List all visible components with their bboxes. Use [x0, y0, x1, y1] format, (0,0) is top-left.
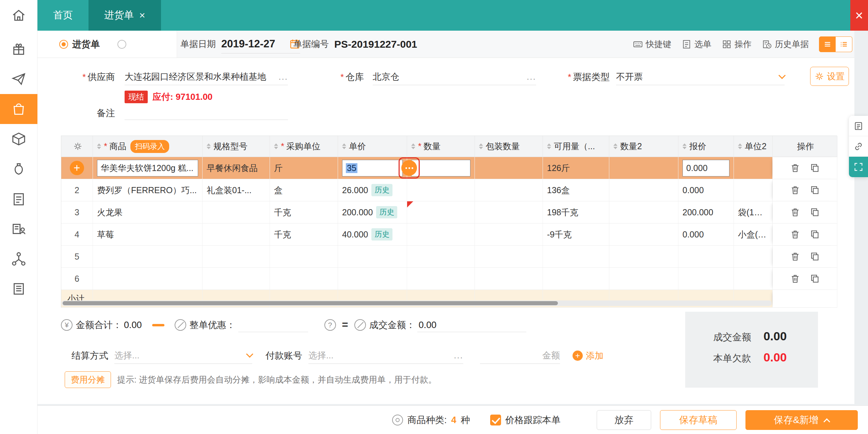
cell-qty2-row-4[interactable] [609, 223, 678, 246]
col-header-product[interactable]: *商品扫码录入 [93, 136, 203, 157]
cell-quote-row-5[interactable] [678, 246, 734, 268]
cell-avail-row-5[interactable] [543, 246, 609, 268]
cell-ops-row-6[interactable] [773, 268, 837, 290]
price-tracking-checkbox[interactable] [490, 415, 501, 425]
product-cell-input[interactable]: 华美华夫软饼1200g 糕... [97, 160, 198, 176]
cell-pack-row-1[interactable] [475, 157, 543, 179]
col-header-qty[interactable]: *数量 [407, 136, 475, 157]
quote-cell-input[interactable]: 0.000 [682, 160, 729, 176]
copy-row-button[interactable] [810, 163, 820, 173]
cell-product-row-2[interactable]: 费列罗（FERRERO）巧... [93, 179, 203, 201]
col-header-price[interactable]: 单价 [338, 136, 407, 157]
cell-quote-row-4[interactable]: 0.000 [678, 223, 734, 246]
home-icon[interactable] [0, 0, 37, 31]
col-header-unit2[interactable]: 单位2 [734, 136, 773, 157]
delete-row-button[interactable] [790, 185, 800, 195]
delete-row-button[interactable] [790, 229, 800, 239]
cell-qty-row-2[interactable] [407, 179, 475, 201]
cell-pack-row-5[interactable] [475, 246, 543, 268]
news-icon[interactable] [0, 274, 37, 304]
date-field[interactable]: 2019-12-27 [221, 35, 300, 53]
clipboard-icon[interactable] [0, 184, 37, 214]
cell-qty-row-3[interactable] [407, 201, 475, 223]
pick-order-button[interactable]: 选单 [681, 38, 711, 50]
return-order-radio[interactable] [117, 40, 130, 49]
cell-product-row-3[interactable]: 火龙果 [93, 201, 203, 223]
ledger-icon[interactable] [0, 214, 37, 244]
cell-idx-row-1[interactable]: + [61, 157, 93, 179]
operations-button[interactable]: 操作 [722, 38, 752, 50]
cell-qty-row-4[interactable] [407, 223, 475, 246]
cell-avail-row-6[interactable] [543, 268, 609, 290]
cell-unit2-row-6[interactable] [734, 268, 773, 290]
col-header-unit[interactable]: *采购单位 [270, 136, 338, 157]
payment-account-select[interactable]: 选择... ... [308, 347, 463, 364]
bill-type-select[interactable]: 不开票 [616, 69, 785, 85]
cell-unit2-row-2[interactable] [734, 179, 773, 201]
cell-quote-row-6[interactable] [678, 268, 734, 290]
cell-spec-row-4[interactable] [203, 223, 270, 246]
col-header-pack[interactable]: 包装数量 [475, 136, 543, 157]
history-price-badge[interactable]: 历史 [371, 184, 392, 196]
cell-price-row-3[interactable]: 200.000历史 [338, 201, 407, 223]
settings-button[interactable]: 设置 [810, 67, 849, 86]
price-cell-input[interactable]: 35 [342, 160, 403, 176]
list-view-button[interactable] [819, 36, 836, 52]
delete-row-button[interactable] [790, 274, 800, 284]
cell-idx-row-2[interactable]: 2 [61, 179, 93, 201]
add-row-button[interactable]: + [70, 161, 84, 175]
cell-spec-row-5[interactable] [203, 246, 270, 268]
cell-ops-row-3[interactable] [773, 201, 837, 223]
cell-product-row-4[interactable]: 草莓 [93, 223, 203, 246]
radio-on-icon[interactable] [59, 40, 68, 49]
cell-idx-row-5[interactable]: 5 [61, 246, 93, 268]
sort-icon[interactable] [547, 143, 551, 149]
sort-icon[interactable] [613, 143, 617, 149]
expense-allocation-button[interactable]: 费用分摊 [65, 371, 111, 388]
supplier-more-button[interactable]: ... [278, 72, 288, 82]
network-icon[interactable] [0, 244, 37, 274]
cell-idx-row-4[interactable]: 4 [61, 223, 93, 246]
jar-icon[interactable] [0, 154, 37, 184]
cell-product-row-6[interactable] [93, 268, 203, 290]
detail-view-button[interactable] [836, 36, 852, 52]
cell-qty2-row-3[interactable] [609, 201, 678, 223]
history-documents-button[interactable]: 历史单据 [762, 38, 809, 50]
supplier-field[interactable]: 大连花园口经济区景和水果种植基地 ... [125, 69, 288, 85]
col-header-ops[interactable]: 操作 [773, 136, 837, 157]
copy-row-button[interactable] [810, 251, 820, 262]
scrollbar-thumb[interactable] [63, 301, 558, 305]
payment-amount-field[interactable]: 金额 [480, 347, 560, 364]
notes-tool-button[interactable] [849, 116, 868, 136]
tab-home[interactable]: 首页 [37, 0, 89, 31]
cell-unit-row-1[interactable]: 斤 [270, 157, 338, 179]
cell-qty2-row-5[interactable] [609, 246, 678, 268]
history-price-badge[interactable]: 历史 [371, 228, 392, 241]
cell-unit-row-5[interactable] [270, 246, 338, 268]
copy-row-button[interactable] [810, 229, 820, 239]
warehouse-field[interactable]: 北京仓 ... [373, 69, 536, 85]
cell-ops-row-5[interactable] [773, 246, 837, 268]
sort-icon[interactable] [411, 143, 415, 149]
cell-quote-row-1[interactable]: 0.000 [678, 157, 734, 179]
tab-close-icon[interactable]: × [139, 10, 145, 21]
cell-pack-row-3[interactable] [475, 201, 543, 223]
warehouse-more-button[interactable]: ... [527, 72, 536, 82]
qty-cell-input[interactable] [411, 160, 470, 176]
cell-avail-row-2[interactable]: 136盒 [543, 179, 609, 201]
horizontal-scrollbar[interactable] [62, 300, 772, 306]
cell-unit-row-4[interactable]: 千克 [270, 223, 338, 246]
sort-icon[interactable] [342, 143, 346, 149]
gift-icon[interactable] [0, 34, 37, 64]
cube-icon[interactable] [0, 124, 37, 154]
cell-idx-row-6[interactable]: 6 [61, 268, 93, 290]
col-header-idx[interactable] [61, 136, 93, 157]
add-payment-button[interactable]: + 添加 [573, 350, 604, 362]
cell-unit2-row-5[interactable] [734, 246, 773, 268]
cell-unit-row-3[interactable]: 千克 [270, 201, 338, 223]
cell-qty-row-5[interactable] [407, 246, 475, 268]
help-icon[interactable]: ? [324, 319, 336, 331]
payment-account-more-button[interactable]: ... [454, 350, 463, 361]
cell-pack-row-2[interactable] [475, 179, 543, 201]
col-header-qty2[interactable]: 数量2 [609, 136, 678, 157]
